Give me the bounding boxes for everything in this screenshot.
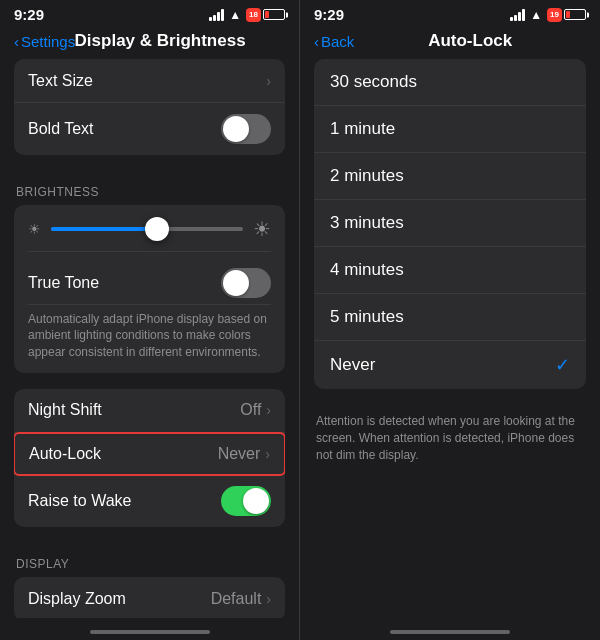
auto-lock-option-5[interactable]: 5 minutes [314,294,586,341]
brightness-group: ☀ ☀ True Tone Automatically adapt iPhone… [14,205,285,373]
auto-lock-option-2[interactable]: 2 minutes [314,153,586,200]
true-tone-label: True Tone [28,274,99,292]
text-size-item[interactable]: Text Size › [14,59,285,103]
battery-fill-left [265,11,269,18]
brightness-slider-thumb[interactable] [145,217,169,241]
left-panel: 9:29 ▲ 18 ‹ Settings Display & Brightnes… [0,0,300,640]
display-zoom-group: Display Zoom Default › [14,577,285,618]
status-icons-right: ▲ 19 [510,8,586,22]
auto-lock-value: Never [218,445,261,463]
status-icons-left: ▲ 18 [209,8,285,22]
raise-to-wake-item[interactable]: Raise to Wake [14,475,285,527]
bold-text-label: Bold Text [28,120,94,138]
option-label-6: Never [330,355,375,375]
chevron-icon-auto-lock: › [265,446,270,462]
status-bar-right: 9:29 ▲ 19 [300,0,600,27]
text-size-group: Text Size › Bold Text [14,59,285,155]
signal-icon [209,9,224,21]
option-label-1: 1 minute [330,119,395,139]
home-bar-line-right [390,630,510,634]
time-left: 9:29 [14,6,44,23]
nav-bar-left: ‹ Settings Display & Brightness [0,27,299,59]
chevron-left-icon-right: ‹ [314,33,319,50]
wifi-icon: ▲ [229,8,241,22]
chevron-icon-display-zoom: › [266,591,271,607]
home-bar-left [0,618,299,640]
brightness-slider-track[interactable] [51,227,243,231]
auto-lock-option-4[interactable]: 4 minutes [314,247,586,294]
signal-icon-right [510,9,525,21]
sun-small-icon: ☀ [28,221,41,237]
time-right: 9:29 [314,6,344,23]
true-tone-toggle[interactable] [221,268,271,298]
auto-lock-option-3[interactable]: 3 minutes [314,200,586,247]
auto-lock-right: Never › [218,445,270,463]
bold-text-toggle[interactable] [221,114,271,144]
right-content: 30 seconds1 minute2 minutes3 minutes4 mi… [300,59,600,618]
option-label-0: 30 seconds [330,72,417,92]
nav-title-right: Auto-Lock [354,31,586,51]
nav-bar-right: ‹ Back Auto-Lock [300,27,600,59]
toggle-knob-bold [223,116,249,142]
sun-large-icon: ☀ [253,217,271,241]
auto-lock-option-0[interactable]: 30 seconds [314,59,586,106]
night-shift-item[interactable]: Night Shift Off › [14,389,285,433]
chevron-icon-text-size: › [266,73,271,89]
night-shift-group: Night Shift Off › Auto-Lock Never › Rais… [14,389,285,527]
toggle-knob-raise [243,488,269,514]
battery-fill-right [566,11,570,18]
raise-to-wake-label: Raise to Wake [28,492,131,510]
chevron-left-icon: ‹ [14,33,19,50]
option-label-2: 2 minutes [330,166,404,186]
raise-to-wake-toggle[interactable] [221,486,271,516]
auto-lock-option-1[interactable]: 1 minute [314,106,586,153]
badge-right: 19 [547,8,562,22]
night-shift-label: Night Shift [28,401,102,419]
option-label-5: 5 minutes [330,307,404,327]
brightness-divider [28,251,271,252]
true-tone-row: True Tone [28,262,271,305]
night-shift-right: Off › [240,401,271,419]
battery-left: 18 [246,8,285,22]
display-zoom-item[interactable]: Display Zoom Default › [14,577,285,618]
display-section-label: DISPLAY [0,543,299,577]
true-tone-description: Automatically adapt iPhone display based… [28,311,271,361]
back-label-right: Back [321,33,354,50]
text-size-label: Text Size [28,72,93,90]
option-label-3: 3 minutes [330,213,404,233]
auto-lock-label: Auto-Lock [29,445,101,463]
left-content: Text Size › Bold Text BRIGHTNESS ☀ ☀ [0,59,299,618]
display-zoom-value: Default [211,590,262,608]
right-panel: 9:29 ▲ 19 ‹ Back Auto-Lock 3 [300,0,600,640]
option-label-4: 4 minutes [330,260,404,280]
battery-right: 19 [547,8,586,22]
battery-box-left [263,9,285,20]
wifi-icon-right: ▲ [530,8,542,22]
brightness-section-label: BRIGHTNESS [0,171,299,205]
home-bar-right [300,618,600,640]
checkmark-icon-6: ✓ [555,354,570,376]
display-zoom-label: Display Zoom [28,590,126,608]
auto-lock-option-6[interactable]: Never✓ [314,341,586,389]
battery-box-right [564,9,586,20]
home-bar-line-left [90,630,210,634]
auto-lock-description: Attention is detected when you are looki… [300,405,600,463]
bold-text-item[interactable]: Bold Text [14,103,285,155]
toggle-knob-true-tone [223,270,249,296]
status-bar-left: 9:29 ▲ 18 [0,0,299,27]
brightness-slider-row[interactable]: ☀ ☀ [28,217,271,241]
auto-lock-item[interactable]: Auto-Lock Never › [14,432,285,476]
nav-title-left: Display & Brightness [35,31,285,51]
chevron-icon-night-shift: › [266,402,271,418]
display-zoom-right: Default › [211,590,271,608]
auto-lock-options-group: 30 seconds1 minute2 minutes3 minutes4 mi… [314,59,586,389]
night-shift-value: Off [240,401,261,419]
badge-left: 18 [246,8,261,22]
brightness-slider-fill [51,227,157,231]
back-button-right[interactable]: ‹ Back [314,33,354,50]
